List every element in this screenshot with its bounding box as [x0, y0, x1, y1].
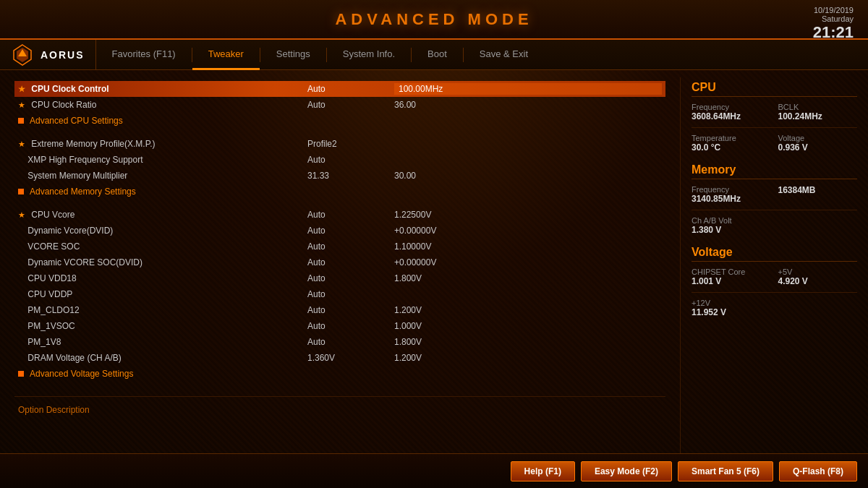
right-panel: CPU Frequency 3608.64MHz BCLK 100.24MHz …	[680, 77, 868, 453]
nav-item-saveexit[interactable]: Save & Exit	[464, 40, 544, 70]
nav-item-tweaker[interactable]: Tweaker	[192, 40, 260, 70]
smart-fan-button[interactable]: Smart Fan 5 (F6)	[678, 461, 773, 481]
cpu-vcore-label: ★ CPU Vcore	[18, 210, 307, 220]
logo-text: AORUS	[41, 49, 85, 61]
cpu-frequency-cell: Frequency 3608.64MHz	[692, 103, 771, 121]
qflash-button[interactable]: Q-Flash (F8)	[779, 461, 857, 481]
divider	[692, 127, 857, 128]
row-cpu-clock-ratio[interactable]: ★ CPU Clock Ratio Auto 36.00	[14, 97, 665, 113]
dvcore-soc-dvid-label: Dynamic VCORE SOC(DVID)	[18, 257, 307, 267]
pm-cldo12-label: PM_CLDO12	[18, 305, 307, 315]
datetime-display: 10/19/2019 Saturday 21:21	[813, 6, 854, 42]
xmp-val1: Profile2	[307, 139, 394, 149]
pm-1v8-label: PM_1V8	[18, 337, 307, 347]
memory-chvolt-value: 1.380 V	[692, 225, 771, 235]
cpu-voltage-cell: Voltage 0.936 V	[778, 134, 858, 153]
xmp-highfreq-label: XMP High Frequency Support	[18, 155, 307, 165]
cpu-temp-label: Temperature	[692, 134, 771, 142]
row-pm-1vsoc[interactable]: PM_1VSOC Auto 1.000V	[14, 318, 665, 334]
cpu-vcore-val1: Auto	[307, 210, 394, 220]
cpu-bclk-label: BCLK	[778, 103, 858, 111]
cpu-clock-control-label: ★ CPU Clock Control	[18, 84, 307, 94]
memory-info-grid: Frequency 3140.85MHz 16384MB	[692, 185, 857, 204]
cpu-section-title: CPU	[692, 81, 857, 97]
cpu-info-section: CPU Frequency 3608.64MHz BCLK 100.24MHz …	[692, 81, 857, 153]
dvcore-soc-dvid-val1: Auto	[307, 257, 394, 267]
xmp-highfreq-val1: Auto	[307, 155, 394, 165]
row-advanced-cpu-settings[interactable]: Advanced CPU Settings	[14, 113, 665, 129]
row-dram-voltage[interactable]: DRAM Voltage (CH A/B) 1.360V 1.200V	[14, 350, 665, 366]
row-advanced-voltage-settings[interactable]: Advanced Voltage Settings	[14, 366, 665, 382]
star-icon: ★	[18, 85, 25, 93]
nav-item-favorites[interactable]: Favorites (F11)	[96, 40, 192, 70]
easy-mode-button[interactable]: Easy Mode (F2)	[581, 461, 672, 481]
cpu-temp-grid: Temperature 30.0 °C Voltage 0.936 V	[692, 134, 857, 153]
cpu-clock-ratio-val1: Auto	[307, 100, 394, 110]
cpu-vdd18-val2: 1.800V	[394, 273, 662, 283]
cpu-voltage-label: Voltage	[778, 134, 858, 142]
divider	[692, 292, 857, 293]
row-dvid[interactable]: Dynamic Vcore(DVID) Auto +0.00000V	[14, 223, 665, 239]
pm-cldo12-val1: Auto	[307, 305, 394, 315]
pm-1vsoc-val2: 1.000V	[394, 321, 662, 331]
cpu-vdd18-label: CPU VDD18	[18, 273, 307, 283]
nav-item-settings[interactable]: Settings	[260, 40, 326, 70]
row-xmp-highfreq[interactable]: XMP High Frequency Support Auto	[14, 152, 665, 168]
fivev-cell: +5V 4.920 V	[778, 267, 858, 286]
dvcore-soc-dvid-val2: +0.00000V	[394, 257, 662, 267]
twelvev-cell: +12V 11.952 V	[692, 299, 771, 317]
memory-chvolt-cell: Ch A/B Volt 1.380 V	[692, 216, 771, 235]
memory-section-title: Memory	[692, 163, 857, 179]
row-advanced-memory-settings[interactable]: Advanced Memory Settings	[14, 184, 665, 200]
twelvev-value: 11.952 V	[692, 307, 771, 317]
dvid-label: Dynamic Vcore(DVID)	[18, 226, 307, 236]
cpu-temp-cell: Temperature 30.0 °C	[692, 134, 771, 153]
cpu-clock-ratio-val2: 36.00	[394, 100, 662, 110]
row-pm-cldo12[interactable]: PM_CLDO12 Auto 1.200V	[14, 302, 665, 318]
pm-cldo12-val2: 1.200V	[394, 305, 662, 315]
cpu-vcore-val2: 1.22500V	[394, 210, 662, 220]
memory-chvolt-grid: Ch A/B Volt 1.380 V	[692, 216, 857, 235]
page-title: ADVANCED MODE	[335, 10, 532, 29]
cpu-temp-value: 30.0 °C	[692, 142, 771, 153]
star-icon: ★	[18, 210, 25, 219]
bottom-bar: Help (F1) Easy Mode (F2) Smart Fan 5 (F6…	[0, 453, 868, 488]
row-cpu-vcore[interactable]: ★ CPU Vcore Auto 1.22500V	[14, 207, 665, 223]
cpu-clock-control-val2: 100.00MHz	[394, 83, 662, 95]
cpu-frequency-label: Frequency	[692, 103, 771, 111]
aorus-logo-icon	[11, 43, 34, 67]
row-cpu-vdd18[interactable]: CPU VDD18 Auto 1.800V	[14, 270, 665, 286]
fivev-label: +5V	[778, 267, 858, 276]
cpu-bclk-value: 100.24MHz	[778, 111, 858, 121]
row-cpu-vddp[interactable]: CPU VDDP Auto	[14, 286, 665, 302]
dram-voltage-val2: 1.200V	[394, 353, 662, 363]
row-cpu-clock-control[interactable]: ★ CPU Clock Control Auto 100.00MHz	[14, 81, 665, 97]
divider	[692, 210, 857, 210]
row-dvcore-soc-dvid[interactable]: Dynamic VCORE SOC(DVID) Auto +0.00000V	[14, 254, 665, 270]
bullet-icon	[18, 371, 24, 377]
voltage-info-grid: CHIPSET Core 1.001 V +5V 4.920 V	[692, 267, 857, 286]
help-button[interactable]: Help (F1)	[511, 461, 575, 481]
cpu-vdd18-val1: Auto	[307, 273, 394, 283]
vcore-soc-val2: 1.10000V	[394, 241, 662, 252]
cpu-frequency-value: 3608.64MHz	[692, 111, 771, 121]
sys-mem-mult-val2: 30.00	[394, 171, 662, 181]
row-sys-mem-mult[interactable]: System Memory Multiplier 31.33 30.00	[14, 168, 665, 184]
dvid-val2: +0.00000V	[394, 226, 662, 236]
header: ADVANCED MODE 10/19/2019 Saturday 21:21	[0, 0, 868, 40]
voltage-section-title: Voltage	[692, 246, 857, 262]
cpu-clock-ratio-label: ★ CPU Clock Ratio	[18, 100, 307, 110]
fivev-value: 4.920 V	[778, 276, 858, 286]
memory-size-value: 16384MB	[778, 185, 858, 195]
dram-voltage-label: DRAM Voltage (CH A/B)	[18, 353, 307, 363]
nav-item-sysinfo[interactable]: System Info.	[327, 40, 411, 70]
cpu-vddp-label: CPU VDDP	[18, 289, 307, 299]
date-display: 10/19/2019 Saturday	[814, 6, 854, 23]
advanced-voltage-settings-label: Advanced Voltage Settings	[30, 369, 133, 379]
twelvev-label: +12V	[692, 299, 771, 307]
row-vcore-soc[interactable]: VCORE SOC Auto 1.10000V	[14, 239, 665, 254]
row-xmp[interactable]: ★ Extreme Memory Profile(X.M.P.) Profile…	[14, 136, 665, 152]
memory-size-cell: 16384MB	[778, 185, 858, 204]
nav-item-boot[interactable]: Boot	[412, 40, 463, 70]
row-pm-1v8[interactable]: PM_1V8 Auto 1.800V	[14, 334, 665, 350]
